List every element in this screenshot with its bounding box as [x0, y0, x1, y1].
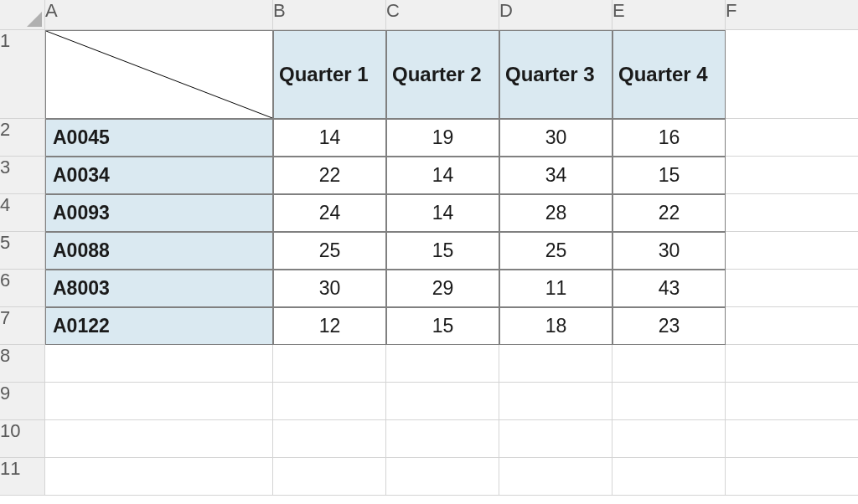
- diagonal-line-icon: [46, 31, 272, 118]
- cell-f9[interactable]: [726, 383, 858, 420]
- cell-d2[interactable]: 30: [499, 119, 612, 157]
- row-header-1[interactable]: 1: [0, 30, 45, 119]
- row-header-10[interactable]: 10: [0, 420, 45, 458]
- cell-c6[interactable]: 29: [386, 270, 499, 307]
- cell-c8[interactable]: [386, 345, 499, 383]
- cell-f7[interactable]: [726, 307, 858, 345]
- cell-c3[interactable]: 14: [386, 157, 499, 194]
- cell-c9[interactable]: [386, 383, 499, 420]
- cell-e9[interactable]: [612, 383, 726, 420]
- row-header-6[interactable]: 6: [0, 270, 45, 307]
- row-label-a0122[interactable]: A0122: [45, 307, 273, 345]
- row-label-a8003[interactable]: A8003: [45, 270, 273, 307]
- row-header-5[interactable]: 5: [0, 232, 45, 270]
- svg-line-0: [46, 31, 272, 118]
- cell-b9[interactable]: [273, 383, 386, 420]
- row-label-a0045[interactable]: A0045: [45, 119, 273, 157]
- col-header-b[interactable]: B: [273, 0, 386, 30]
- cell-c4[interactable]: 14: [386, 194, 499, 232]
- header-quarter-3[interactable]: Quarter 3: [499, 30, 612, 119]
- cell-e7[interactable]: 23: [612, 307, 726, 345]
- header-quarter-2[interactable]: Quarter 2: [386, 30, 499, 119]
- col-header-c[interactable]: C: [386, 0, 499, 30]
- cell-f11[interactable]: [726, 458, 858, 496]
- col-header-d[interactable]: D: [499, 0, 612, 30]
- cell-c7[interactable]: 15: [386, 307, 499, 345]
- row-header-8[interactable]: 8: [0, 345, 45, 383]
- cell-c10[interactable]: [386, 420, 499, 458]
- cell-f2[interactable]: [726, 119, 858, 157]
- spreadsheet-grid[interactable]: A B C D E F 1 Quarter 1 Quarter 2 Quarte…: [0, 0, 858, 496]
- cell-a1-diagonal[interactable]: [45, 30, 273, 119]
- row-header-9[interactable]: 9: [0, 383, 45, 420]
- row-header-2[interactable]: 2: [0, 119, 45, 157]
- header-quarter-1[interactable]: Quarter 1: [273, 30, 386, 119]
- cell-d5[interactable]: 25: [499, 232, 612, 270]
- cell-f5[interactable]: [726, 232, 858, 270]
- cell-b5[interactable]: 25: [273, 232, 386, 270]
- cell-a11[interactable]: [45, 458, 273, 496]
- cell-d8[interactable]: [499, 345, 612, 383]
- cell-a9[interactable]: [45, 383, 273, 420]
- cell-a10[interactable]: [45, 420, 273, 458]
- row-label-a0093[interactable]: A0093: [45, 194, 273, 232]
- cell-f3[interactable]: [726, 157, 858, 194]
- cell-b3[interactable]: 22: [273, 157, 386, 194]
- cell-f1[interactable]: [726, 30, 858, 119]
- col-header-a[interactable]: A: [45, 0, 273, 30]
- cell-e3[interactable]: 15: [612, 157, 726, 194]
- cell-e4[interactable]: 22: [612, 194, 726, 232]
- row-header-7[interactable]: 7: [0, 307, 45, 345]
- cell-c2[interactable]: 19: [386, 119, 499, 157]
- row-label-a0088[interactable]: A0088: [45, 232, 273, 270]
- cell-d3[interactable]: 34: [499, 157, 612, 194]
- cell-f4[interactable]: [726, 194, 858, 232]
- col-header-e[interactable]: E: [612, 0, 726, 30]
- cell-b4[interactable]: 24: [273, 194, 386, 232]
- cell-b6[interactable]: 30: [273, 270, 386, 307]
- cell-d4[interactable]: 28: [499, 194, 612, 232]
- cell-b8[interactable]: [273, 345, 386, 383]
- cell-e10[interactable]: [612, 420, 726, 458]
- row-label-a0034[interactable]: A0034: [45, 157, 273, 194]
- cell-b10[interactable]: [273, 420, 386, 458]
- cell-c11[interactable]: [386, 458, 499, 496]
- cell-a8[interactable]: [45, 345, 273, 383]
- cell-e2[interactable]: 16: [612, 119, 726, 157]
- cell-f6[interactable]: [726, 270, 858, 307]
- cell-e8[interactable]: [612, 345, 726, 383]
- cell-d6[interactable]: 11: [499, 270, 612, 307]
- cell-d10[interactable]: [499, 420, 612, 458]
- header-quarter-4[interactable]: Quarter 4: [612, 30, 726, 119]
- cell-d9[interactable]: [499, 383, 612, 420]
- cell-b2[interactable]: 14: [273, 119, 386, 157]
- row-header-11[interactable]: 11: [0, 458, 45, 496]
- cell-c5[interactable]: 15: [386, 232, 499, 270]
- cell-f8[interactable]: [726, 345, 858, 383]
- cell-e6[interactable]: 43: [612, 270, 726, 307]
- cell-b11[interactable]: [273, 458, 386, 496]
- cell-d7[interactable]: 18: [499, 307, 612, 345]
- cell-e5[interactable]: 30: [612, 232, 726, 270]
- col-header-f[interactable]: F: [726, 0, 858, 30]
- cell-e11[interactable]: [612, 458, 726, 496]
- cell-d11[interactable]: [499, 458, 612, 496]
- cell-f10[interactable]: [726, 420, 858, 458]
- row-header-3[interactable]: 3: [0, 157, 45, 194]
- row-header-4[interactable]: 4: [0, 194, 45, 232]
- cell-b7[interactable]: 12: [273, 307, 386, 345]
- select-all-corner[interactable]: [0, 0, 45, 30]
